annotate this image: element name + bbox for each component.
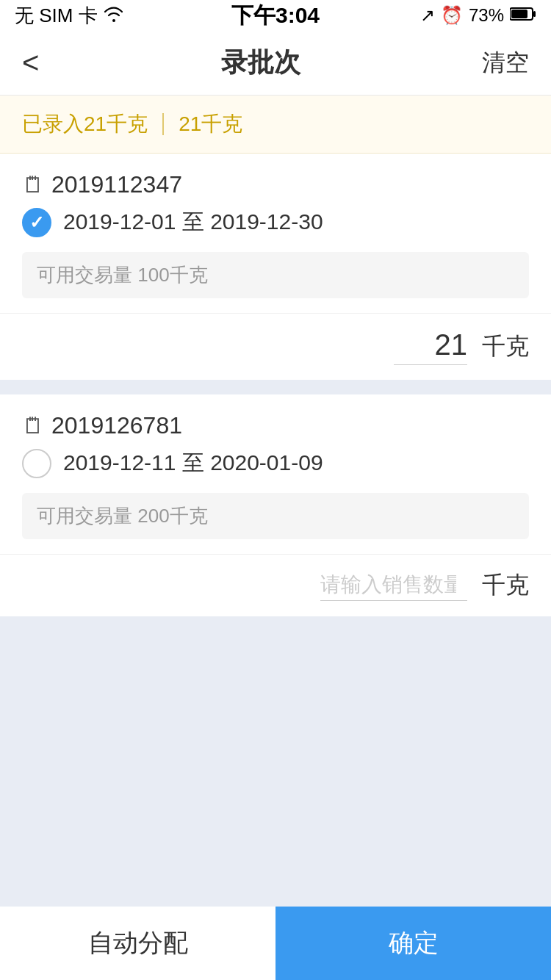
info-divider bbox=[162, 113, 164, 135]
battery-text: 73% bbox=[469, 5, 504, 26]
batch-1-icon: 🗒 bbox=[22, 173, 44, 198]
location-icon: ↗ bbox=[420, 5, 435, 26]
wifi-icon bbox=[104, 4, 124, 27]
status-right: ↗ ⏰ 73% bbox=[420, 5, 536, 26]
batch-1-unit: 千克 bbox=[482, 331, 529, 363]
batch-1-date-row[interactable]: 2019-12-01 至 2019-12-30 bbox=[0, 207, 551, 246]
status-left: 无 SIM 卡 bbox=[15, 3, 124, 29]
bottom-bar: 自动分配 确定 bbox=[0, 907, 551, 980]
batch-1-date: 2019-12-01 至 2019-12-30 bbox=[63, 207, 323, 237]
alarm-icon: ⏰ bbox=[441, 5, 463, 26]
batch-1-availability: 可用交易量 100千克 bbox=[22, 252, 529, 298]
batch-2-radio[interactable] bbox=[22, 449, 51, 478]
svg-rect-2 bbox=[511, 10, 527, 18]
status-bar: 无 SIM 卡 下午3:04 ↗ ⏰ 73% bbox=[0, 0, 551, 31]
battery-icon bbox=[510, 5, 536, 26]
batch-2-availability-text: 可用交易量 200千克 bbox=[37, 505, 208, 527]
batch-card-1: 🗒 2019112347 2019-12-01 至 2019-12-30 可用交… bbox=[0, 154, 551, 380]
recorded-label: 已录入21千克 bbox=[22, 110, 148, 138]
confirm-button[interactable]: 确定 bbox=[276, 907, 551, 980]
batch-1-quantity-row: 21 千克 bbox=[0, 313, 551, 380]
batch-1-quantity-underline: 21 bbox=[394, 328, 467, 365]
batch-1-radio[interactable] bbox=[22, 208, 51, 237]
recorded-value: 21千克 bbox=[179, 110, 242, 138]
back-button[interactable]: < bbox=[22, 46, 39, 79]
batch-1-availability-text: 可用交易量 100千克 bbox=[37, 264, 208, 286]
svg-rect-1 bbox=[533, 11, 536, 17]
batch-2-icon: 🗒 bbox=[22, 414, 44, 439]
page-title: 录批次 bbox=[221, 45, 300, 81]
nav-bar: < 录批次 清空 bbox=[0, 31, 551, 96]
batch-card-2: 🗒 2019126781 2019-12-11 至 2020-01-09 可用交… bbox=[0, 394, 551, 616]
section-separator-1 bbox=[0, 380, 551, 394]
batch-1-quantity-value: 21 bbox=[435, 328, 468, 361]
auto-distribute-button[interactable]: 自动分配 bbox=[0, 907, 276, 980]
batch-2-date: 2019-12-11 至 2020-01-09 bbox=[63, 448, 323, 478]
batch-2-quantity-input[interactable] bbox=[320, 570, 467, 601]
clear-button[interactable]: 清空 bbox=[482, 47, 529, 79]
batch-2-header: 🗒 2019126781 bbox=[0, 394, 551, 448]
status-time: 下午3:04 bbox=[231, 1, 320, 31]
batch-1-id: 2019112347 bbox=[51, 171, 182, 198]
batch-2-availability: 可用交易量 200千克 bbox=[22, 493, 529, 539]
batch-2-unit: 千克 bbox=[482, 569, 529, 602]
batch-2-date-row[interactable]: 2019-12-11 至 2020-01-09 bbox=[0, 448, 551, 487]
no-sim-text: 无 SIM 卡 bbox=[15, 3, 98, 29]
batch-2-input-row[interactable]: 千克 bbox=[0, 554, 551, 616]
batch-2-id: 2019126781 bbox=[51, 412, 182, 439]
info-banner: 已录入21千克 21千克 bbox=[0, 96, 551, 154]
batch-1-header: 🗒 2019112347 bbox=[0, 154, 551, 207]
